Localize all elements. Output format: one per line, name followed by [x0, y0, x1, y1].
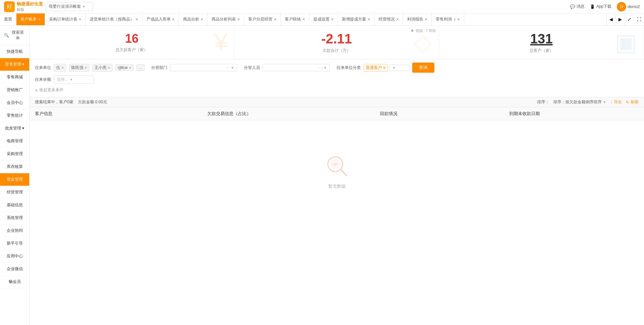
sidebar-item-retail-stats[interactable]: 零售统计	[0, 109, 29, 122]
filter-tag-close-icon[interactable]: ✕	[61, 66, 64, 70]
query-button[interactable]: 查询	[412, 63, 434, 73]
tab-business-status[interactable]: 经营情况 ✕	[375, 13, 403, 26]
help-button[interactable]: ? 帮助	[426, 28, 436, 33]
tab-close-icon[interactable]: ✕	[172, 17, 175, 21]
tab-close-icon[interactable]: ✕	[302, 17, 305, 21]
sidebar-item-retail-mall[interactable]: 零售商城	[0, 71, 29, 84]
tab-close-icon[interactable]: ✕	[396, 17, 399, 21]
tab-close-icon[interactable]: ✕	[135, 17, 138, 21]
filter-person-more-icon: ···	[319, 65, 322, 70]
logo-area: 好 畅捷通好生意 标版	[4, 1, 43, 12]
tab-propose-settings[interactable]: 提成设置 ✕	[309, 13, 338, 26]
tab-close-icon[interactable]: ✕	[38, 17, 41, 21]
sidebar-item-finance[interactable]: 资金管理	[0, 173, 29, 186]
tab-close-icon[interactable]: ✕	[425, 17, 427, 21]
filter-dept-more-icon: ···	[226, 65, 229, 70]
logo-text: 畅捷通好生意 标版	[17, 1, 43, 12]
tab-new-propose[interactable]: 新增提成方案 ✕	[338, 13, 375, 26]
sidebar-item-cooperation[interactable]: 企业协同	[0, 224, 29, 237]
stat-bg-yuan-icon: ¥	[214, 29, 227, 56]
sidebar-item-vip[interactable]: 畅会员	[0, 276, 29, 288]
company-select[interactable]: 母婴行业演示帐套 ▼	[46, 2, 93, 11]
filter-tag-normal-customer[interactable]: 普通客户 ✕	[363, 64, 388, 72]
sidebar-item-ecommerce[interactable]: 电商管理	[0, 135, 29, 148]
filter-tag-close-icon[interactable]: ✕	[383, 66, 386, 70]
sidebar-item-marketing[interactable]: 营销推广	[0, 84, 29, 97]
avatar: D	[617, 2, 626, 11]
tab-expand-button[interactable]: ⤢	[625, 13, 634, 26]
refresh-icon: ↻	[626, 100, 629, 105]
tab-retail-profit[interactable]: 零售利润（ ✕	[432, 13, 464, 26]
sidebar-item-newbie[interactable]: 新手引导	[0, 237, 29, 250]
tab-prev-button[interactable]: ◀	[606, 13, 615, 26]
filter-tag-more[interactable]: ...	[136, 64, 144, 71]
tab-close-icon[interactable]: ✕	[79, 17, 81, 21]
tab-next-button[interactable]: ▶	[615, 13, 625, 26]
sidebar-item-app-center[interactable]: 应用中心	[0, 250, 29, 263]
tab-purchase-stats[interactable]: 进货单统计表（按商品） ✕	[86, 13, 142, 26]
tab-cost-entry[interactable]: 产成品入库单 ✕	[142, 13, 179, 26]
collapse-button[interactable]: ∧ 收起更多条件	[35, 87, 639, 93]
sidebar-item-inventory[interactable]: 库存核算	[0, 160, 29, 173]
sidebar-item-system[interactable]: 系统管理	[0, 212, 29, 224]
user-menu[interactable]: D demo2	[617, 2, 640, 11]
filter-row-2: 往来余额 选择... ▼	[35, 75, 639, 84]
chevron-down-icon: ▼	[392, 66, 396, 70]
top-bar: 好 畅捷通好生意 标版 母婴行业演示帐套 ▼ 💬 消息 📱 App下载 D de…	[0, 0, 644, 13]
empty-state: 暂无数据	[30, 120, 644, 221]
video-help-button[interactable]: ▶ 视频	[411, 28, 423, 33]
filter-tag-close-icon[interactable]: ✕	[129, 66, 131, 70]
stat-clients-label: 总客户（家）	[529, 48, 554, 53]
chevron-down-icon: ▼	[82, 5, 86, 8]
stat-clients-value: 131	[530, 31, 553, 46]
filter-tag-chen[interactable]: 陈民强 ✕	[69, 64, 89, 72]
tab-close-icon[interactable]: ✕	[457, 17, 460, 21]
sidebar-item-wholesale[interactable]: 批发管理 ▾	[0, 122, 29, 135]
stat-customers-label: 总欠款客户（家）	[116, 47, 148, 53]
sidebar-item-wechat[interactable]: 企业微信	[0, 263, 29, 276]
search-menu-button[interactable]: 🔍 搜索菜单	[3, 28, 27, 42]
tab-home[interactable]: 首页	[0, 13, 16, 26]
tab-customer-contact[interactable]: 客户联络 ✕	[281, 13, 309, 26]
tab-close-icon[interactable]: ✕	[237, 17, 240, 21]
tab-fullscreen-button[interactable]: ⛶	[634, 13, 644, 26]
filter-dept-label: 分管部门	[151, 65, 167, 71]
logo-icon: 好	[4, 1, 15, 12]
filter-tag-wu[interactable]: 伍 ✕	[54, 64, 66, 72]
tab-bar-end: ◀ ▶ ⤢ ⛶	[606, 13, 644, 26]
sidebar-item-ops[interactable]: 经营管理	[0, 186, 29, 199]
filter-category-label: 往来单位分类	[337, 65, 361, 71]
filter-dept-select[interactable]: ··· ▼	[170, 64, 237, 71]
tab-purchase-orders[interactable]: 采购订单统计表 ✕	[45, 13, 86, 26]
filter-tag-cjttcw[interactable]: cjttcw ✕	[115, 64, 134, 71]
tab-close-icon[interactable]: ✕	[331, 17, 334, 21]
export-button[interactable]: ↑ 导出	[610, 99, 622, 105]
filter-tag-close-icon[interactable]: ✕	[108, 66, 110, 70]
filter-category-select[interactable]: ▼	[389, 65, 410, 71]
tab-customer-tier[interactable]: 客户分层经营 ✕	[244, 13, 281, 26]
filter-person-label: 分管人员	[244, 65, 260, 71]
message-button[interactable]: 💬 消息	[570, 4, 585, 9]
sidebar-item-quick-nav[interactable]: 快捷导航	[0, 45, 29, 58]
sidebar-item-basic[interactable]: 基础信息	[0, 199, 29, 212]
sort-select[interactable]: 排序：按欠款金额倒序排序 ▼	[553, 99, 606, 105]
tab-product-analysis-list[interactable]: 商品分析列表 ✕	[208, 13, 244, 26]
app-download-button[interactable]: 📱 App下载	[590, 4, 611, 9]
tab-close-icon[interactable]: ✕	[368, 17, 370, 21]
refresh-button[interactable]: ↻ 刷新	[626, 99, 639, 105]
tab-close-icon[interactable]: ✕	[274, 17, 276, 21]
tab-close-icon[interactable]: ✕	[201, 17, 203, 21]
sidebar-item-membership[interactable]: 会员中心	[0, 97, 29, 109]
stat-debt-total: ◇ -2.11 欠款合计（万） ▶ 视频 ? 帮助	[234, 26, 439, 59]
filter-person-select[interactable]: ··· ▼	[263, 64, 330, 71]
filter-balance-select[interactable]: 选择... ▼	[54, 75, 94, 84]
sidebar-item-purchase[interactable]: 采购管理	[0, 148, 29, 160]
result-info: 搜索结果中，客户0家 欠款金额 0.00元	[35, 99, 107, 105]
tab-profit-report[interactable]: 利润报告 ✕	[403, 13, 432, 26]
sidebar-item-retail[interactable]: 零售管理 ▾	[0, 58, 29, 71]
tab-accounts[interactable]: 客户账本 ✕	[16, 13, 45, 26]
tab-product-analysis[interactable]: 商品分析 ✕	[179, 13, 208, 26]
stat-total-clients: ▣ 131 总客户（家）	[439, 26, 644, 59]
filter-tag-wang[interactable]: 王小亮 ✕	[92, 64, 113, 72]
filter-tag-close-icon[interactable]: ✕	[84, 66, 87, 70]
